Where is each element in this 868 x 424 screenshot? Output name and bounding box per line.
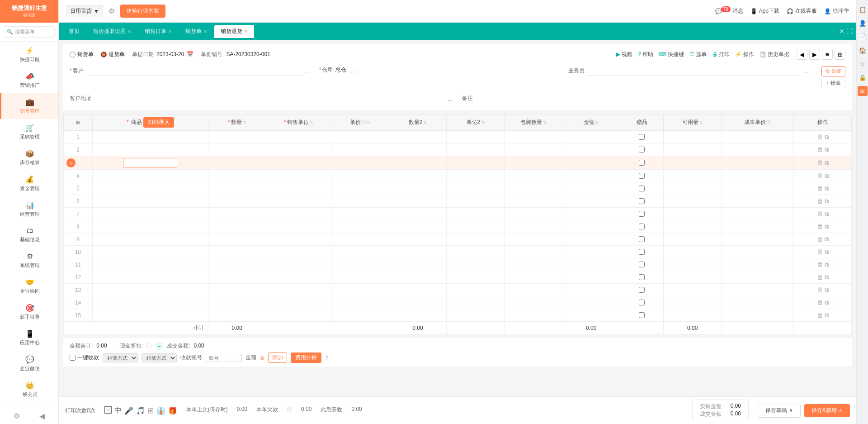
sidebar-item-member[interactable]: 👑 畅会员 xyxy=(0,376,58,402)
qty2-cell[interactable] xyxy=(389,170,447,182)
gift-cell[interactable] xyxy=(620,143,664,156)
unit-cell[interactable] xyxy=(266,258,331,271)
unit-cell[interactable] xyxy=(266,195,331,208)
tab-close-icon[interactable]: ✕ xyxy=(127,29,131,34)
copy-row-button[interactable]: ⧉ xyxy=(825,312,829,319)
available-sort[interactable]: ⇅ xyxy=(699,120,703,125)
qty2-cell[interactable] xyxy=(389,220,447,233)
amount-cell[interactable] xyxy=(562,156,620,170)
gift-checkbox[interactable] xyxy=(639,224,645,229)
gift-checkbox[interactable] xyxy=(639,236,645,242)
delete-row-button[interactable]: 🗑 xyxy=(817,299,823,306)
amount-cell[interactable] xyxy=(562,284,620,296)
gift-checkbox[interactable] xyxy=(639,160,645,166)
gift-checkbox[interactable] xyxy=(639,186,645,191)
sidebar-item-system[interactable]: ⚙ 系统管理 xyxy=(0,248,58,273)
qty-cell[interactable] xyxy=(208,233,266,246)
sidebar-item-newguide[interactable]: 🎯 新手引导 xyxy=(0,299,58,325)
unit-cell[interactable] xyxy=(266,284,331,296)
app-download-action[interactable]: 📱 App下载 xyxy=(750,7,779,15)
available-cell[interactable] xyxy=(664,258,722,271)
qty2-cell[interactable] xyxy=(389,258,447,271)
unit2-cell[interactable] xyxy=(447,170,505,182)
header-gear-icon[interactable]: ⚙ xyxy=(108,7,115,15)
gift-cell[interactable] xyxy=(620,170,664,182)
delete-row-button[interactable]: 🗑 xyxy=(817,159,823,167)
calendar-icon[interactable]: 📅 xyxy=(187,51,193,57)
pkg-qty-cell[interactable] xyxy=(505,220,562,233)
unit2-cell[interactable] xyxy=(447,182,505,195)
gift-checkbox[interactable] xyxy=(639,262,645,267)
qty2-cell[interactable] xyxy=(389,246,447,258)
available-cell[interactable] xyxy=(664,182,722,195)
gift-cell[interactable] xyxy=(620,131,664,143)
available-cell[interactable] xyxy=(664,246,722,258)
qty-cell[interactable] xyxy=(208,284,266,296)
sidebar-item-operations[interactable]: 📊 经营管理 xyxy=(0,196,58,222)
cost-price-cell[interactable] xyxy=(722,284,794,296)
unit-cell[interactable] xyxy=(266,246,331,258)
price-cell[interactable] xyxy=(331,296,389,309)
tab-sales-order[interactable]: 销售订单 ✕ xyxy=(138,25,178,38)
tab-close-icon[interactable]: ✕ xyxy=(244,29,248,34)
prev-button[interactable]: ◀ xyxy=(797,49,807,60)
amount-cell[interactable] xyxy=(562,208,620,220)
unit2-cell[interactable] xyxy=(447,258,505,271)
pkg-qty-cell[interactable] xyxy=(505,233,562,246)
save-new-button[interactable]: 保存&新增 ∧ xyxy=(804,404,850,417)
price-cell[interactable] xyxy=(331,233,389,246)
cost-price-cell[interactable] xyxy=(722,131,794,143)
unit2-cell[interactable] xyxy=(447,220,505,233)
sidebar-item-wechat[interactable]: 💬 企业微信 xyxy=(0,351,58,376)
available-cell[interactable] xyxy=(664,195,722,208)
operate-action[interactable]: ⚡ 操作 xyxy=(735,51,754,58)
qty-cell[interactable] xyxy=(208,131,266,143)
gift-checkbox[interactable] xyxy=(639,211,645,217)
price-cell[interactable] xyxy=(331,182,389,195)
product-cell[interactable] xyxy=(92,284,208,296)
copy-row-button[interactable]: ⧉ xyxy=(825,159,829,167)
qty-sort[interactable]: ⇅ xyxy=(243,120,246,125)
video-action[interactable]: ▶ 视频 xyxy=(616,51,632,58)
available-cell[interactable] xyxy=(664,296,722,309)
copy-row-button[interactable]: ⧉ xyxy=(825,299,829,306)
sidebar-item-purchase[interactable]: 🛒 采购管理 xyxy=(0,119,58,145)
price-cell[interactable] xyxy=(331,284,389,296)
gift-checkbox[interactable] xyxy=(639,274,645,280)
radio-delivery[interactable]: 销货单 xyxy=(70,51,94,58)
qty-cell[interactable] xyxy=(208,271,266,284)
unit2-cell[interactable] xyxy=(447,296,505,309)
user-action[interactable]: 👤 徐泽华 xyxy=(824,7,849,15)
unit-cell[interactable] xyxy=(266,143,331,156)
pkg-qty-cell[interactable] xyxy=(505,156,562,170)
delete-row-button[interactable]: 🗑 xyxy=(817,312,823,319)
industry-selector[interactable]: 日用百货 ▼ xyxy=(66,5,103,17)
right-btn-6[interactable]: 🔒 xyxy=(858,72,868,82)
available-cell[interactable] xyxy=(664,170,722,182)
pkg-qty-cell[interactable] xyxy=(505,258,562,271)
radio-return-input[interactable] xyxy=(101,52,107,57)
product-cell[interactable] xyxy=(92,309,208,322)
amount-cell[interactable] xyxy=(562,309,620,322)
gift-cell[interactable] xyxy=(620,271,664,284)
pkg-qty-cell[interactable] xyxy=(505,170,562,182)
amount-cell[interactable] xyxy=(562,220,620,233)
qty2-cell[interactable] xyxy=(389,156,447,170)
amount-cell[interactable] xyxy=(562,131,620,143)
cost-price-cell[interactable] xyxy=(722,208,794,220)
list-view-button[interactable]: ≡ xyxy=(822,49,833,60)
qty2-cell[interactable] xyxy=(389,309,447,322)
sidebar-item-finance[interactable]: 💰 资金管理 xyxy=(0,171,58,196)
sidebar-item-basic[interactable]: 🗂 基础信息 xyxy=(0,222,58,248)
copy-row-button[interactable]: ⧉ xyxy=(825,286,829,294)
copy-row-button[interactable]: ⧉ xyxy=(825,133,829,141)
gift-checkbox[interactable] xyxy=(639,198,645,204)
agent-input[interactable] xyxy=(587,66,801,76)
radio-delivery-input[interactable] xyxy=(70,52,75,57)
product-input[interactable] xyxy=(123,158,177,167)
amount-cell[interactable] xyxy=(562,143,620,156)
gift-cell[interactable] xyxy=(620,156,664,170)
sidebar-item-inventory[interactable]: 📦 库存核算 xyxy=(0,145,58,171)
available-cell[interactable] xyxy=(664,220,722,233)
qty2-cell[interactable] xyxy=(389,284,447,296)
